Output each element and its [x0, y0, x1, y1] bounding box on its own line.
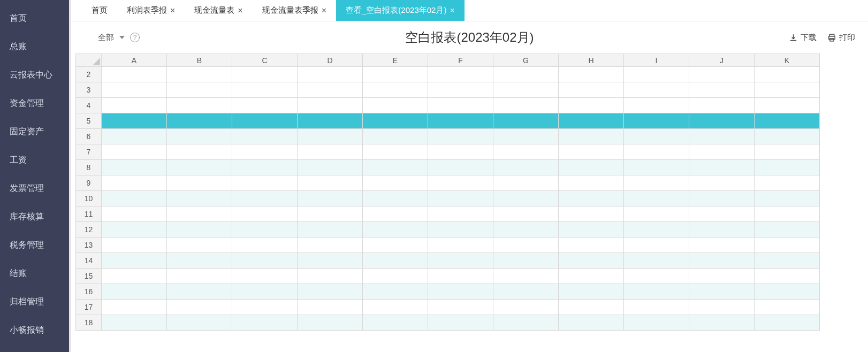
cell-G18[interactable]	[493, 315, 559, 331]
column-header-K[interactable]: K	[755, 54, 820, 67]
sidebar-item-10[interactable]: 归档管理	[0, 288, 69, 316]
cell-J13[interactable]	[689, 238, 755, 253]
cell-A11[interactable]	[102, 206, 167, 222]
cell-H3[interactable]	[559, 82, 624, 98]
cell-E13[interactable]	[363, 238, 428, 253]
cell-A9[interactable]	[102, 175, 167, 191]
cell-H9[interactable]	[559, 175, 624, 191]
spreadsheet[interactable]: ABCDEFGHIJK23456789101112131415161718	[75, 53, 820, 331]
cell-I17[interactable]	[624, 300, 689, 315]
cell-H15[interactable]	[559, 269, 624, 284]
cell-J8[interactable]	[689, 160, 755, 175]
cell-K9[interactable]	[755, 175, 820, 191]
column-header-C[interactable]: C	[232, 54, 298, 67]
cell-F6[interactable]	[428, 129, 493, 144]
row-header-5[interactable]: 5	[76, 113, 102, 129]
cell-E2[interactable]	[363, 67, 428, 82]
cell-A12[interactable]	[102, 222, 167, 238]
close-icon[interactable]: ×	[238, 6, 242, 15]
cell-H2[interactable]	[559, 67, 624, 82]
row-header-15[interactable]: 15	[76, 269, 102, 284]
cell-I2[interactable]	[624, 67, 689, 82]
cell-E10[interactable]	[363, 191, 428, 206]
cell-B6[interactable]	[167, 129, 232, 144]
cell-G12[interactable]	[493, 222, 559, 238]
cell-G17[interactable]	[493, 300, 559, 315]
cell-B10[interactable]	[167, 191, 232, 206]
cell-G3[interactable]	[493, 82, 559, 98]
cell-J9[interactable]	[689, 175, 755, 191]
column-header-A[interactable]: A	[102, 54, 167, 67]
cell-H8[interactable]	[559, 160, 624, 175]
cell-A6[interactable]	[102, 129, 167, 144]
cell-C5[interactable]	[232, 113, 298, 129]
cell-E7[interactable]	[363, 144, 428, 160]
cell-D5[interactable]	[298, 113, 363, 129]
close-icon[interactable]: ×	[170, 6, 175, 15]
cell-D3[interactable]	[298, 82, 363, 98]
cell-H10[interactable]	[559, 191, 624, 206]
cell-B8[interactable]	[167, 160, 232, 175]
cell-J3[interactable]	[689, 82, 755, 98]
row-header-18[interactable]: 18	[76, 315, 102, 331]
cell-K10[interactable]	[755, 191, 820, 206]
cell-A17[interactable]	[102, 300, 167, 315]
cell-F15[interactable]	[428, 269, 493, 284]
row-header-10[interactable]: 10	[76, 191, 102, 206]
cell-I11[interactable]	[624, 206, 689, 222]
cell-E14[interactable]	[363, 253, 428, 269]
cell-D7[interactable]	[298, 144, 363, 160]
cell-K7[interactable]	[755, 144, 820, 160]
cell-G11[interactable]	[493, 206, 559, 222]
cell-A13[interactable]	[102, 238, 167, 253]
cell-D13[interactable]	[298, 238, 363, 253]
cell-I10[interactable]	[624, 191, 689, 206]
cell-C14[interactable]	[232, 253, 298, 269]
cell-F14[interactable]	[428, 253, 493, 269]
tab-1[interactable]: 利润表季报×	[117, 0, 185, 21]
cell-K14[interactable]	[755, 253, 820, 269]
cell-D6[interactable]	[298, 129, 363, 144]
cell-K6[interactable]	[755, 129, 820, 144]
cell-I7[interactable]	[624, 144, 689, 160]
cell-G6[interactable]	[493, 129, 559, 144]
cell-E6[interactable]	[363, 129, 428, 144]
close-icon[interactable]: ×	[450, 6, 454, 15]
cell-F3[interactable]	[428, 82, 493, 98]
cell-G13[interactable]	[493, 238, 559, 253]
cell-J15[interactable]	[689, 269, 755, 284]
cell-A4[interactable]	[102, 98, 167, 113]
cell-C8[interactable]	[232, 160, 298, 175]
cell-K4[interactable]	[755, 98, 820, 113]
cell-E4[interactable]	[363, 98, 428, 113]
cell-B7[interactable]	[167, 144, 232, 160]
row-header-4[interactable]: 4	[76, 98, 102, 113]
close-icon[interactable]: ×	[322, 6, 326, 15]
sidebar-item-5[interactable]: 工资	[0, 146, 69, 174]
cell-J5[interactable]	[689, 113, 755, 129]
tab-3[interactable]: 现金流量表季报×	[253, 0, 336, 21]
cell-F18[interactable]	[428, 315, 493, 331]
cell-K18[interactable]	[755, 315, 820, 331]
cell-C4[interactable]	[232, 98, 298, 113]
cell-F17[interactable]	[428, 300, 493, 315]
tab-2[interactable]: 现金流量表×	[185, 0, 252, 21]
cell-H11[interactable]	[559, 206, 624, 222]
cell-G8[interactable]	[493, 160, 559, 175]
sidebar-item-2[interactable]: 云报表中心	[0, 61, 69, 89]
cell-E11[interactable]	[363, 206, 428, 222]
cell-G7[interactable]	[493, 144, 559, 160]
cell-A18[interactable]	[102, 315, 167, 331]
cell-B4[interactable]	[167, 98, 232, 113]
cell-J12[interactable]	[689, 222, 755, 238]
cell-I13[interactable]	[624, 238, 689, 253]
sidebar-item-6[interactable]: 发票管理	[0, 174, 69, 203]
row-header-9[interactable]: 9	[76, 175, 102, 191]
cell-A7[interactable]	[102, 144, 167, 160]
cell-B3[interactable]	[167, 82, 232, 98]
cell-C9[interactable]	[232, 175, 298, 191]
cell-C10[interactable]	[232, 191, 298, 206]
cell-A14[interactable]	[102, 253, 167, 269]
row-header-7[interactable]: 7	[76, 144, 102, 160]
cell-E16[interactable]	[363, 284, 428, 300]
